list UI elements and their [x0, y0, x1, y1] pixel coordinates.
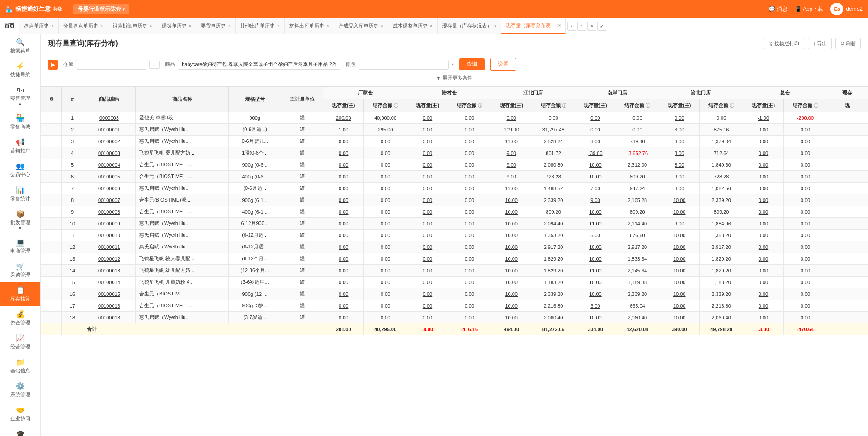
tab-inventory-single[interactable]: 盘点单历史× [19, 18, 59, 34]
sidebar-item-ecommerce[interactable]: 💻 电商管理 [0, 234, 40, 258]
sidebar-item-retail-mgmt[interactable]: 🛍 零售管理 ▲ [0, 82, 40, 110]
row-wh-0-qty[interactable]: 0.00 [323, 147, 364, 159]
row-wh-0-qty[interactable]: 0.00 [323, 136, 364, 147]
row-wh-3-qty[interactable]: 10.00 [575, 312, 616, 323]
row-wh-4-qty[interactable]: 9.00 [659, 218, 700, 230]
row-code[interactable]: 00100012 [83, 253, 135, 265]
row-wh-3-qty[interactable]: 0.00 [575, 124, 616, 136]
row-code[interactable]: 00100013 [83, 265, 135, 277]
row-wh-5-qty[interactable]: 0.00 [743, 230, 783, 241]
close-tab-6[interactable]: × [277, 23, 280, 28]
table-container[interactable]: ⚙ # 商品编码 商品名称 规格型号 主计量单位 厂家仓 陆村仓 江北门店 南岸… [41, 86, 868, 436]
row-wh-1-qty[interactable]: 0.00 [407, 300, 448, 312]
row-wh-2-qty[interactable]: 9.00 [491, 159, 532, 171]
row-wh-0-qty[interactable]: 0.00 [323, 300, 364, 312]
row-wh-0-qty[interactable]: 1.00 [323, 124, 364, 136]
row-wh-2-qty[interactable]: 10.00 [491, 241, 532, 253]
row-code[interactable]: 00100007 [83, 194, 135, 206]
row-wh-4-qty[interactable]: 0.00 [659, 112, 700, 124]
expand-more-btn[interactable]: ▼ 展开更多条件 [48, 75, 861, 81]
tab-prev-btn[interactable]: ‹ [567, 22, 576, 31]
user-area[interactable]: Ea demo2 [830, 3, 863, 15]
tab-other-out[interactable]: 其他出库单历史× [236, 18, 285, 34]
row-wh-1-qty[interactable]: 0.00 [407, 241, 448, 253]
row-wh-0-qty[interactable]: 0.00 [323, 171, 364, 183]
tab-stock-dist[interactable]: 现存量（库存分布表）× [501, 18, 566, 34]
row-wh-1-qty[interactable]: 0.00 [407, 288, 448, 300]
row-code[interactable]: 00100001 [83, 124, 135, 136]
row-wh-2-qty[interactable]: 10.00 [491, 253, 532, 265]
row-wh-1-qty[interactable]: 0.00 [407, 136, 448, 147]
row-wh-4-qty[interactable]: 10.00 [659, 241, 700, 253]
row-wh-3-qty[interactable]: 0.00 [575, 112, 616, 124]
row-wh-4-qty[interactable]: 10.00 [659, 253, 700, 265]
row-wh-3-qty[interactable]: 11.00 [575, 218, 616, 230]
row-wh-5-qty[interactable]: 0.00 [743, 171, 783, 183]
row-wh-1-qty[interactable]: 0.00 [407, 183, 448, 194]
row-wh-0-qty[interactable]: 200.00 [323, 112, 364, 124]
row-code[interactable]: 00100005 [83, 171, 135, 183]
row-code[interactable]: 00100014 [83, 277, 135, 288]
row-wh-5-qty[interactable]: 0.00 [743, 253, 783, 265]
row-wh-5-qty[interactable]: 0.00 [743, 194, 783, 206]
row-wh-3-qty[interactable]: 9.00 [575, 194, 616, 206]
close-tab-10[interactable]: × [494, 23, 497, 28]
row-wh-4-qty[interactable]: 6.00 [659, 136, 700, 147]
row-wh-5-qty[interactable]: 0.00 [743, 218, 783, 230]
row-wh-1-qty[interactable]: 0.00 [407, 230, 448, 241]
row-wh-4-qty[interactable]: 9.00 [659, 171, 700, 183]
row-wh-4-qty[interactable]: 10.00 [659, 265, 700, 277]
row-wh-5-qty[interactable]: 0.00 [743, 288, 783, 300]
row-wh-1-qty[interactable]: 0.00 [407, 253, 448, 265]
nanan-amt-info[interactable]: ⓘ [646, 103, 650, 108]
row-code[interactable]: 00100003 [83, 147, 135, 159]
tab-cost-adjust[interactable]: 成本调整单历史× [388, 18, 438, 34]
sidebar-item-member[interactable]: 👥 会员中心 [0, 158, 40, 182]
row-wh-3-qty[interactable]: 5.00 [575, 230, 616, 241]
row-wh-2-qty[interactable]: 10.00 [491, 277, 532, 288]
row-wh-2-qty[interactable]: 11.00 [491, 136, 532, 147]
tab-expand-btn[interactable]: ⤢ [597, 22, 606, 31]
sidebar-item-retail-stats[interactable]: 📊 零售统计 [0, 182, 40, 206]
row-wh-0-qty[interactable]: 0.00 [323, 194, 364, 206]
row-wh-2-qty[interactable]: 10.00 [491, 288, 532, 300]
row-wh-2-qty[interactable]: 10.00 [491, 194, 532, 206]
sidebar-item-retail-shop[interactable]: 🏪 零售商城 [0, 110, 40, 134]
sidebar-item-enterprise[interactable]: 🤝 企业协同 [0, 402, 40, 426]
row-wh-3-qty[interactable]: 11.00 [575, 265, 616, 277]
close-tab-5[interactable]: × [228, 23, 231, 28]
row-code[interactable]: 00100008 [83, 206, 135, 218]
close-tab-11[interactable]: × [558, 23, 561, 28]
row-wh-0-qty[interactable]: 0.00 [323, 218, 364, 230]
row-wh-3-qty[interactable]: 10.00 [575, 171, 616, 183]
row-wh-3-qty[interactable]: 7.00 [575, 183, 616, 194]
row-wh-5-qty[interactable]: -1.00 [743, 112, 783, 124]
row-wh-0-qty[interactable]: 0.00 [323, 206, 364, 218]
row-wh-0-qty[interactable]: 0.00 [323, 159, 364, 171]
row-wh-0-qty[interactable]: 0.00 [323, 253, 364, 265]
row-wh-2-qty[interactable]: 10.00 [491, 206, 532, 218]
sidebar-item-operations[interactable]: 📈 经营管理 [0, 330, 40, 354]
row-code[interactable]: 00100010 [83, 230, 135, 241]
row-wh-5-qty[interactable]: 0.00 [743, 124, 783, 136]
row-wh-3-qty[interactable]: 3.00 [575, 136, 616, 147]
row-wh-5-qty[interactable]: 0.00 [743, 265, 783, 277]
row-wh-0-qty[interactable]: 0.00 [323, 312, 364, 323]
row-wh-1-qty[interactable]: 0.00 [407, 265, 448, 277]
product-input[interactable] [178, 60, 340, 70]
row-wh-0-qty[interactable]: 0.00 [323, 288, 364, 300]
row-wh-4-qty[interactable]: 10.00 [659, 300, 700, 312]
row-code[interactable]: 00100018 [83, 312, 135, 323]
row-wh-2-qty[interactable]: 9.00 [491, 147, 532, 159]
row-wh-4-qty[interactable]: 8.00 [659, 147, 700, 159]
close-tab-9[interactable]: × [430, 23, 433, 28]
sidebar-item-finance[interactable]: 💰 资金管理 [0, 306, 40, 330]
row-wh-2-qty[interactable]: 109.00 [491, 124, 532, 136]
row-wh-3-qty[interactable]: 10.00 [575, 159, 616, 171]
row-wh-1-qty[interactable]: 0.00 [407, 159, 448, 171]
row-wh-3-qty[interactable]: 10.00 [575, 288, 616, 300]
row-wh-2-qty[interactable]: 10.00 [491, 300, 532, 312]
row-wh-4-qty[interactable]: 10.00 [659, 206, 700, 218]
row-code[interactable]: 00100006 [83, 183, 135, 194]
settings-gear-icon[interactable]: ⚙ [49, 96, 54, 102]
